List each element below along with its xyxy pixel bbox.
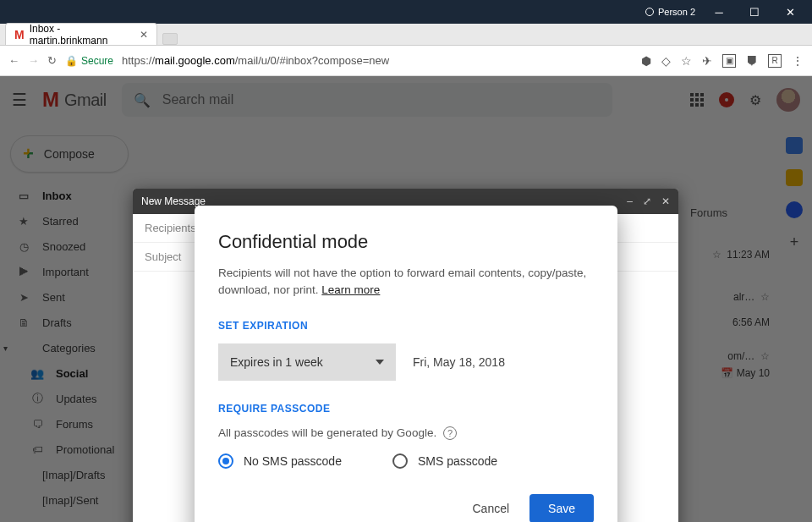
compose-expand-icon[interactable]: ⤢ <box>643 195 651 207</box>
learn-more-link[interactable]: Learn more <box>321 283 380 296</box>
compose-title: New Message <box>141 195 206 207</box>
extension-icon[interactable]: ▣ <box>722 54 736 68</box>
lock-icon: 🔒 <box>65 55 78 67</box>
dialog-description: Recipients will not have the option to f… <box>218 265 594 299</box>
reload-button[interactable]: ↻ <box>47 54 57 67</box>
address-bar[interactable]: https://mail.google.com/mail/u/0/#inbox?… <box>122 54 633 67</box>
profile-indicator[interactable]: Person 2 <box>645 7 695 17</box>
expiration-date: Fri, May 18, 2018 <box>413 355 505 369</box>
compose-close-icon[interactable]: ✕ <box>661 195 670 207</box>
secure-label: Secure <box>81 55 113 67</box>
window-maximize-button[interactable]: ☐ <box>738 1 771 23</box>
chevron-down-icon <box>376 360 384 365</box>
expiration-select[interactable]: Expires in 1 week <box>218 343 396 381</box>
gmail-favicon: M <box>14 28 25 41</box>
new-tab-button[interactable] <box>162 33 178 45</box>
tab-close-icon[interactable]: ✕ <box>140 29 148 41</box>
extension-icon[interactable]: ⛊ <box>746 54 758 68</box>
compose-minimize-icon[interactable]: – <box>627 195 633 207</box>
cancel-button[interactable]: Cancel <box>464 495 518 522</box>
expiration-value: Expires in 1 week <box>230 355 323 369</box>
save-button[interactable]: Save <box>529 494 594 523</box>
browser-toolbar: ← → ↻ 🔒 Secure https://mail.google.com/m… <box>0 46 812 76</box>
chrome-menu-icon[interactable]: ⋮ <box>792 54 804 68</box>
window-titlebar: Person 2 ─ ☐ ✕ <box>0 0 812 24</box>
confidential-mode-dialog: Confidential mode Recipients will not ha… <box>195 206 617 522</box>
window-minimize-button[interactable]: ─ <box>702 1 736 23</box>
back-button[interactable]: ← <box>8 54 19 67</box>
person-icon <box>645 8 654 16</box>
dialog-title: Confidential mode <box>218 231 594 253</box>
person-label: Person 2 <box>658 7 695 17</box>
bookmark-star-icon[interactable]: ☆ <box>681 54 692 68</box>
set-expiration-label: SET EXPIRATION <box>218 320 594 332</box>
browser-tab[interactable]: M Inbox - martin.brinkmann ✕ <box>5 23 157 45</box>
browser-tab-bar: M Inbox - martin.brinkmann ✕ <box>0 24 812 46</box>
passcode-subtitle: All passcodes will be generated by Googl… <box>218 426 436 439</box>
tab-title: Inbox - martin.brinkmann <box>30 23 134 47</box>
extension-icon[interactable]: ◇ <box>661 54 671 68</box>
gmail-app: ☰ M Gmail 🔍 Search mail ⚙ + Compose ▭Inb… <box>0 76 812 522</box>
window-close-button[interactable]: ✕ <box>773 1 807 23</box>
extension-icon[interactable]: ⬢ <box>641 54 651 68</box>
extension-icon[interactable]: ✈ <box>702 54 712 68</box>
radio-icon <box>218 453 233 469</box>
radio-no-sms[interactable]: No SMS passcode <box>218 453 342 469</box>
require-passcode-label: REQUIRE PASSCODE <box>218 403 594 415</box>
forward-button: → <box>28 54 39 67</box>
radio-sms[interactable]: SMS passcode <box>392 453 497 469</box>
extension-icon[interactable]: R <box>768 54 782 68</box>
secure-indicator[interactable]: 🔒 Secure <box>65 55 113 67</box>
radio-icon <box>392 453 408 469</box>
help-icon[interactable]: ? <box>443 426 457 440</box>
